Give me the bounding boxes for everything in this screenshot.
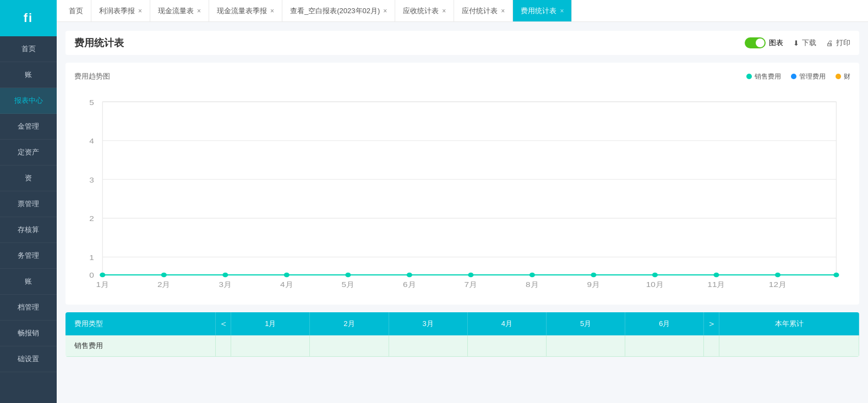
tab-home[interactable]: 首页 bbox=[61, 0, 91, 22]
print-label: 打印 bbox=[836, 38, 850, 48]
tab-cashflow[interactable]: 现金流量表 × bbox=[150, 0, 209, 22]
tab-profit-label: 利润表季报 bbox=[99, 6, 135, 16]
col-m2: 2月 bbox=[310, 312, 389, 335]
tab-cashflow-close[interactable]: × bbox=[197, 7, 201, 15]
legend-admin-label: 管理费用 bbox=[799, 72, 826, 81]
tab-blank-report-label: 查看_空白报表(2023年02月) bbox=[290, 6, 380, 16]
page-title: 费用统计表 bbox=[74, 36, 124, 49]
svg-point-14 bbox=[161, 273, 167, 278]
sidebar-item-home[interactable]: 首页 bbox=[0, 36, 57, 62]
svg-text:5: 5 bbox=[89, 98, 94, 107]
sidebar-item-assets[interactable]: 定资产 bbox=[0, 140, 57, 165]
sidebar-item-finance[interactable]: 金管理 bbox=[0, 114, 57, 140]
col-next[interactable]: ＞ bbox=[704, 312, 719, 335]
tab-payable[interactable]: 应付统计表 × bbox=[454, 0, 513, 22]
tab-cashflow-quarter-close[interactable]: × bbox=[270, 7, 274, 15]
svg-text:5月: 5月 bbox=[342, 280, 355, 289]
print-icon: 🖨 bbox=[826, 39, 833, 47]
tab-payable-close[interactable]: × bbox=[501, 7, 505, 15]
expense-table: 费用类型 ＜ 1月 2月 3月 4月 5月 6月 ＞ 本年累计 销售费用 bbox=[65, 312, 859, 357]
legend-finance: 财 bbox=[836, 72, 850, 81]
legend-sales-label: 销售费用 bbox=[755, 72, 781, 81]
col-prev[interactable]: ＜ bbox=[216, 312, 231, 335]
chart-title: 费用趋势图 bbox=[74, 71, 110, 81]
legend-sales-dot bbox=[746, 74, 752, 79]
tab-receivable-close[interactable]: × bbox=[442, 7, 446, 15]
sidebar-item-archive[interactable]: 档管理 bbox=[0, 295, 57, 321]
tab-expense-stat-close[interactable]: × bbox=[560, 7, 564, 15]
legend-finance-label: 财 bbox=[844, 72, 850, 81]
svg-point-24 bbox=[775, 273, 780, 278]
download-label: 下载 bbox=[802, 38, 816, 48]
row-m2 bbox=[310, 335, 389, 357]
tab-cashflow-quarter-label: 现金流量表季报 bbox=[217, 6, 267, 16]
sidebar-item-capital[interactable]: 资 bbox=[0, 165, 57, 191]
tab-profit[interactable]: 利润表季报 × bbox=[91, 0, 150, 22]
svg-text:3月: 3月 bbox=[219, 280, 232, 289]
chart-toggle-label: 图表 bbox=[769, 38, 783, 48]
svg-text:2: 2 bbox=[89, 214, 94, 223]
svg-text:10月: 10月 bbox=[646, 280, 664, 289]
tab-cashflow-quarter[interactable]: 现金流量表季报 × bbox=[209, 0, 282, 22]
tab-profit-close[interactable]: × bbox=[138, 7, 142, 15]
tab-home-label: 首页 bbox=[69, 6, 83, 16]
tab-receivable[interactable]: 应收统计表 × bbox=[395, 0, 454, 22]
trend-chart: 5 4 3 2 1 0 bbox=[74, 87, 850, 296]
tab-bar: 首页 利润表季报 × 现金流量表 × 现金流量表季报 × 查看_空白报表(202… bbox=[57, 0, 868, 22]
sidebar: fi 首页 账 报表中心 金管理 定资产 资 票管理 存核算 务管理 账 档管理… bbox=[0, 0, 57, 403]
chart-card: 费用趋势图 销售费用 管理费用 财 bbox=[65, 63, 859, 305]
row-m1 bbox=[231, 335, 310, 357]
svg-text:4月: 4月 bbox=[280, 280, 293, 289]
col-type: 费用类型 bbox=[65, 312, 216, 335]
row-ytd bbox=[719, 335, 859, 357]
legend-admin-dot bbox=[791, 74, 796, 79]
chart-container: 5 4 3 2 1 0 bbox=[74, 87, 850, 296]
svg-point-13 bbox=[100, 273, 105, 278]
sidebar-logo: fi bbox=[0, 0, 57, 36]
col-m1: 1月 bbox=[231, 312, 310, 335]
print-button[interactable]: 🖨 打印 bbox=[826, 38, 850, 48]
svg-point-23 bbox=[713, 273, 719, 278]
row-m3 bbox=[389, 335, 467, 357]
svg-point-22 bbox=[652, 273, 658, 278]
svg-text:9月: 9月 bbox=[587, 280, 600, 289]
svg-text:3: 3 bbox=[89, 176, 94, 184]
svg-text:12月: 12月 bbox=[769, 280, 787, 289]
col-m3: 3月 bbox=[389, 312, 467, 335]
sidebar-item-service[interactable]: 务管理 bbox=[0, 243, 57, 269]
sidebar-item-expense[interactable]: 畅报销 bbox=[0, 321, 57, 346]
legend-admin: 管理费用 bbox=[791, 72, 826, 81]
row-nav-prev bbox=[216, 335, 231, 357]
legend-finance-dot bbox=[836, 74, 841, 79]
chart-toggle-wrap: 图表 bbox=[745, 37, 783, 48]
svg-point-18 bbox=[407, 273, 412, 278]
svg-text:6月: 6月 bbox=[403, 280, 416, 289]
svg-point-19 bbox=[468, 273, 473, 278]
download-button[interactable]: ⬇ 下载 bbox=[793, 38, 816, 48]
svg-point-17 bbox=[345, 273, 351, 278]
svg-text:8月: 8月 bbox=[526, 280, 539, 289]
col-m5: 5月 bbox=[546, 312, 625, 335]
tab-expense-stat[interactable]: 费用统计表 × bbox=[513, 0, 572, 22]
row-m4 bbox=[467, 335, 546, 357]
svg-point-21 bbox=[591, 273, 596, 278]
sidebar-item-inventory[interactable]: 存核算 bbox=[0, 217, 57, 243]
row-m5 bbox=[546, 335, 625, 357]
svg-text:1月: 1月 bbox=[96, 280, 109, 289]
tab-blank-report-close[interactable]: × bbox=[383, 7, 387, 15]
sidebar-item-reports[interactable]: 报表中心 bbox=[0, 88, 57, 114]
sidebar-item-settings[interactable]: 础设置 bbox=[0, 346, 57, 372]
sidebar-item-invoice[interactable]: 票管理 bbox=[0, 191, 57, 217]
svg-point-16 bbox=[284, 273, 290, 278]
tab-receivable-label: 应收统计表 bbox=[403, 6, 439, 16]
row-nav-next bbox=[704, 335, 719, 357]
chart-toggle[interactable] bbox=[745, 37, 766, 48]
page-header: 费用统计表 图表 ⬇ 下载 🖨 打印 bbox=[65, 31, 859, 55]
sidebar-item-account[interactable]: 账 bbox=[0, 62, 57, 88]
svg-rect-12 bbox=[102, 102, 836, 275]
sidebar-item-ledger[interactable]: 账 bbox=[0, 269, 57, 295]
svg-text:11月: 11月 bbox=[707, 280, 725, 289]
tab-blank-report[interactable]: 查看_空白报表(2023年02月) × bbox=[282, 0, 395, 22]
tab-payable-label: 应付统计表 bbox=[462, 6, 498, 16]
svg-text:0: 0 bbox=[89, 272, 94, 280]
